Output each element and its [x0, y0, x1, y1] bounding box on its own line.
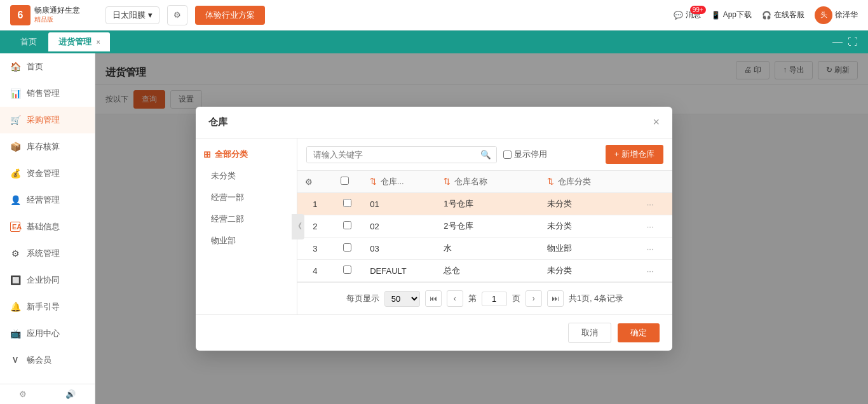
sidebar-item-basic-info[interactable]: EA 基础信息 [0, 213, 95, 240]
sidebar-item-enterprise[interactable]: 🔲 企业协同 [0, 267, 95, 293]
add-warehouse-button[interactable]: + 新增仓库 [606, 145, 663, 164]
settings-button[interactable]: ⚙ [167, 5, 187, 25]
cell-code: 01 [362, 193, 436, 215]
cell-name: 总仓 [436, 260, 539, 282]
sidebar-item-finance[interactable]: 💰 资金管理 [0, 160, 95, 187]
table-row[interactable]: 2 02 2号仓库 未分类 ··· [297, 215, 672, 238]
enterprise-icon: 🔲 [10, 275, 20, 285]
guide-icon: 🔔 [10, 302, 20, 312]
per-page-label: 每页显示 [346, 293, 379, 304]
category-collapse-button[interactable]: 《 [292, 214, 304, 239]
sidebar-label-home: 首页 [27, 61, 43, 72]
cell-category: 未分类 [539, 193, 628, 215]
category-item-unclassified[interactable]: 未分类 [196, 165, 297, 187]
service-label: 在线客服 [774, 10, 804, 20]
sidebar-item-home[interactable]: 🏠 首页 [0, 53, 95, 80]
page-suffix: 页 [512, 293, 520, 304]
table-row[interactable]: 1 01 1号仓库 未分类 ··· [297, 193, 672, 215]
category-item-dept2[interactable]: 经营二部 [196, 208, 297, 230]
page-label: 第 [468, 293, 477, 304]
table-toolbar: 🔍 显示停用 + 新增仓库 [297, 138, 672, 171]
grid-icon: ⊞ [203, 149, 211, 159]
confirm-button[interactable]: 确定 [618, 323, 660, 342]
col-header-code: ⇅ 仓库... [362, 171, 436, 193]
top-header: 6 畅康通好生意 精品版 日太阳膜 ▾ ⚙ 体验行业方案 💬 消息 99+ 📱 … [0, 0, 868, 30]
sidebar-item-member[interactable]: V 畅会员 [0, 347, 95, 374]
col-header-settings: ⚙ [297, 171, 333, 193]
sidebar-settings-icon[interactable]: ⚙ [19, 389, 27, 399]
modal-title: 仓库 [208, 116, 227, 128]
sidebar-item-system[interactable]: ⚙ 系统管理 [0, 240, 95, 267]
cell-check[interactable] [333, 238, 362, 260]
user-name: 徐泽华 [835, 10, 858, 20]
cell-ops[interactable]: ··· [628, 238, 672, 260]
trial-button[interactable]: 体验行业方案 [195, 6, 265, 25]
cell-ops[interactable]: ··· [628, 260, 672, 282]
sidebar-item-guide[interactable]: 🔔 新手引导 [0, 293, 95, 320]
per-page-select[interactable]: 50 100 200 [384, 291, 420, 307]
header-right: 💬 消息 99+ 📱 App下载 🎧 在线客服 头 徐泽华 [674, 6, 858, 24]
finance-icon: 💰 [10, 168, 20, 178]
page-number-input[interactable] [482, 292, 507, 306]
cell-ops[interactable]: ··· [628, 215, 672, 238]
sidebar-label-system: 系统管理 [27, 248, 60, 259]
app-download-button[interactable]: 📱 App下载 [711, 10, 752, 20]
category-header[interactable]: ⊞ 全部分类 [196, 144, 297, 165]
cell-code: DEFAULT [362, 260, 436, 282]
customer-service-button[interactable]: 🎧 在线客服 [762, 10, 804, 20]
table-row[interactable]: 3 03 水 物业部 ··· [297, 238, 672, 260]
sidebar-bottom: ⚙ 🔊 [0, 384, 95, 404]
user-menu[interactable]: 头 徐泽华 [815, 6, 858, 24]
tab-home[interactable]: 首页 [10, 32, 47, 51]
row-checkbox[interactable] [343, 199, 351, 207]
category-item-dept1[interactable]: 经营一部 [196, 187, 297, 208]
table-scroll: ⚙ ⇅ 仓库... [297, 171, 672, 282]
sidebar-item-operations[interactable]: 👤 经营管理 [0, 187, 95, 213]
sidebar-label-purchase: 采购管理 [27, 114, 60, 126]
cell-check[interactable] [333, 215, 362, 238]
cell-name: 1号仓库 [436, 193, 539, 215]
page-first-button[interactable]: ⏮ [425, 290, 442, 307]
sidebar-item-inventory[interactable]: 📦 库存核算 [0, 133, 95, 160]
show-disabled-checkbox[interactable] [503, 151, 512, 159]
col-header-name: ⇅ 仓库名称 [436, 171, 539, 193]
cell-num: 1 [297, 193, 333, 215]
sidebar-item-purchase[interactable]: 🛒 采购管理 [0, 107, 95, 133]
col-header-ops [628, 171, 672, 193]
row-checkbox[interactable] [343, 266, 351, 274]
page-last-button[interactable]: ⏭ [547, 290, 564, 307]
category-item-property[interactable]: 物业部 [196, 230, 297, 252]
row-checkbox[interactable] [343, 221, 351, 229]
show-disabled-checkbox-label[interactable]: 显示停用 [503, 149, 547, 160]
row-checkbox[interactable] [343, 243, 351, 252]
branch-selector[interactable]: 日太阳膜 ▾ [105, 6, 159, 24]
sidebar-sound-icon[interactable]: 🔊 [65, 389, 76, 399]
tab-purchase[interactable]: 进货管理 × [48, 32, 110, 51]
sidebar-item-sales[interactable]: 📊 销售管理 [0, 80, 95, 107]
logo-name: 畅康通好生意 [34, 6, 80, 16]
warehouse-modal: 仓库 × ⊞ 全部分类 未分类 经营一部 经营二部 物业部 [196, 107, 672, 351]
messages-button[interactable]: 💬 消息 99+ [674, 10, 701, 20]
cell-check[interactable] [333, 193, 362, 215]
cell-ops[interactable]: ··· [628, 193, 672, 215]
search-input[interactable] [307, 147, 475, 163]
col-header-category: ⇅ 仓库分类 [539, 171, 628, 193]
cell-check[interactable] [333, 260, 362, 282]
page-next-button[interactable]: › [526, 290, 542, 307]
cell-name: 水 [436, 238, 539, 260]
gear-icon: ⚙ [173, 10, 181, 20]
sidebar-item-apps[interactable]: 📺 应用中心 [0, 320, 95, 347]
tab-close-icon[interactable]: × [97, 39, 100, 46]
table-row[interactable]: 4 DEFAULT 总仓 未分类 ··· [297, 260, 672, 282]
col-category-label: 仓库分类 [558, 177, 591, 186]
modal-close-button[interactable]: × [653, 116, 660, 129]
cancel-button[interactable]: 取消 [568, 323, 611, 343]
nav-expand-icon[interactable]: ⛶ [848, 36, 858, 48]
page-prev-button[interactable]: ‹ [447, 290, 463, 307]
cell-category: 物业部 [539, 238, 628, 260]
table-header-row: ⚙ ⇅ 仓库... [297, 171, 672, 193]
nav-minimize-icon[interactable]: — [832, 36, 843, 48]
cell-num: 3 [297, 238, 333, 260]
select-all-checkbox[interactable] [341, 177, 349, 185]
search-button[interactable]: 🔍 [475, 147, 496, 163]
